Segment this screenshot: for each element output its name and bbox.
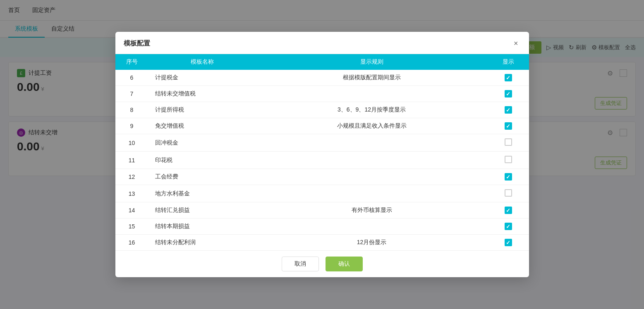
cell-name: 计提税金 — [148, 70, 256, 86]
cell-name: 回冲税金 — [148, 134, 256, 152]
cell-name: 工会经费 — [148, 169, 256, 185]
cell-checkbox — [488, 118, 529, 134]
row-checkbox-0[interactable] — [505, 74, 512, 81]
dialog-body: 序号 模板名称 显示规则 显示 6计提税金根据模版配置期间显示7结转未交增值税8… — [115, 54, 529, 250]
cell-seq: 13 — [115, 185, 148, 202]
cell-checkbox — [488, 169, 529, 185]
row-checkbox-1[interactable] — [505, 90, 512, 97]
table-row: 9免交增值税小规模且满足收入条件显示 — [115, 118, 529, 134]
cell-seq: 6 — [115, 70, 148, 86]
cell-checkbox — [488, 185, 529, 202]
dialog-close-button[interactable]: × — [511, 38, 521, 49]
dialog-header: 模板配置 × — [115, 32, 529, 54]
cell-name: 结转未分配利润 — [148, 235, 256, 251]
th-name: 模板名称 — [148, 54, 256, 70]
cell-checkbox — [488, 86, 529, 102]
row-checkbox-7[interactable] — [505, 189, 512, 197]
cancel-button[interactable]: 取消 — [282, 257, 319, 271]
cell-name: 结转汇兑损益 — [148, 202, 256, 219]
cell-checkbox — [488, 219, 529, 235]
table-header-row: 序号 模板名称 显示规则 显示 — [115, 54, 529, 70]
cell-seq: 16 — [115, 235, 148, 251]
cell-seq: 11 — [115, 152, 148, 169]
cell-name: 计提所得税 — [148, 102, 256, 118]
table-body: 6计提税金根据模版配置期间显示7结转未交增值税8计提所得税3、6、9、12月按季… — [115, 70, 529, 250]
cell-name: 印花税 — [148, 152, 256, 169]
cell-rule — [256, 169, 488, 185]
cell-rule — [256, 86, 488, 102]
table-row: 16结转未分配利润12月份显示 — [115, 235, 529, 251]
table-row: 14结转汇兑损益有外币核算显示 — [115, 202, 529, 219]
cell-checkbox — [488, 152, 529, 169]
dialog-footer: 取消 确认 — [115, 250, 529, 277]
table-row: 12工会经费 — [115, 169, 529, 185]
table-row: 13地方水利基金 — [115, 185, 529, 202]
confirm-button[interactable]: 确认 — [326, 257, 363, 271]
row-checkbox-5[interactable] — [505, 156, 512, 163]
cell-rule: 根据模版配置期间显示 — [256, 70, 488, 86]
cell-checkbox — [488, 134, 529, 152]
cell-seq: 15 — [115, 219, 148, 235]
config-table: 序号 模板名称 显示规则 显示 6计提税金根据模版配置期间显示7结转未交增值税8… — [115, 54, 529, 250]
table-row: 10回冲税金 — [115, 134, 529, 152]
cell-checkbox — [488, 102, 529, 118]
row-checkbox-9[interactable] — [505, 223, 512, 230]
cell-checkbox — [488, 70, 529, 86]
row-checkbox-10[interactable] — [505, 239, 512, 246]
row-checkbox-3[interactable] — [505, 122, 512, 130]
cell-seq: 9 — [115, 118, 148, 134]
cell-rule: 12月份显示 — [256, 235, 488, 251]
cell-rule — [256, 134, 488, 152]
cell-checkbox — [488, 235, 529, 251]
cell-name: 地方水利基金 — [148, 185, 256, 202]
cell-rule: 3、6、9、12月按季度显示 — [256, 102, 488, 118]
cell-checkbox — [488, 202, 529, 219]
row-checkbox-2[interactable] — [505, 106, 512, 114]
table-row: 11印花税 — [115, 152, 529, 169]
cell-rule: 有外币核算显示 — [256, 202, 488, 219]
cell-name: 免交增值税 — [148, 118, 256, 134]
cell-rule — [256, 185, 488, 202]
row-checkbox-8[interactable] — [505, 207, 512, 214]
table-row: 15结转本期损益 — [115, 219, 529, 235]
table-row: 6计提税金根据模版配置期间显示 — [115, 70, 529, 86]
cell-rule — [256, 152, 488, 169]
row-checkbox-6[interactable] — [505, 173, 512, 181]
table-row: 7结转未交增值税 — [115, 86, 529, 102]
th-seq: 序号 — [115, 54, 148, 70]
cell-seq: 10 — [115, 134, 148, 152]
cell-seq: 14 — [115, 202, 148, 219]
cell-name: 结转未交增值税 — [148, 86, 256, 102]
cell-seq: 8 — [115, 102, 148, 118]
cell-seq: 7 — [115, 86, 148, 102]
row-checkbox-4[interactable] — [505, 138, 512, 146]
table-row: 8计提所得税3、6、9、12月按季度显示 — [115, 102, 529, 118]
cell-seq: 12 — [115, 169, 148, 185]
th-rule: 显示规则 — [256, 54, 488, 70]
cell-name: 结转本期损益 — [148, 219, 256, 235]
th-show: 显示 — [488, 54, 529, 70]
modal-overlay: 模板配置 × 序号 模板名称 显示规则 显示 6计提税金根据模版配置期间显示7结… — [0, 0, 644, 309]
cell-rule: 小规模且满足收入条件显示 — [256, 118, 488, 134]
dialog-title: 模板配置 — [124, 39, 150, 48]
template-config-dialog: 模板配置 × 序号 模板名称 显示规则 显示 6计提税金根据模版配置期间显示7结… — [115, 32, 529, 277]
cell-rule — [256, 219, 488, 235]
